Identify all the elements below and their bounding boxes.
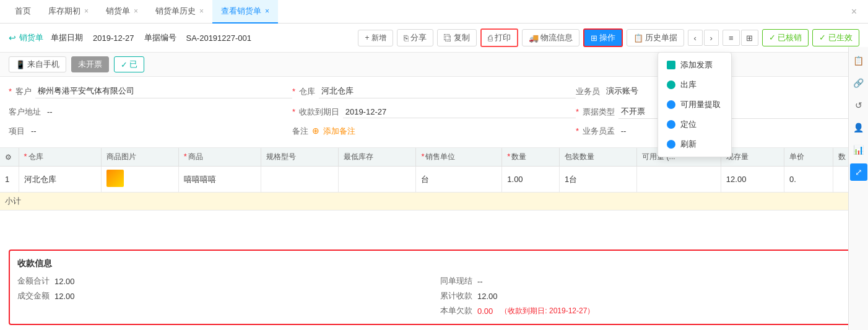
confirm-button[interactable]: ✓ 已	[114, 56, 144, 72]
cell-seq: 1	[0, 167, 19, 193]
tab-inventory-init[interactable]: 库存期初 ×	[40, 0, 97, 24]
effective-button[interactable]: ✓ 已生效	[812, 29, 859, 46]
sidebar-icon-chart[interactable]: 📊	[850, 141, 867, 158]
col-settings[interactable]: ⚙	[0, 148, 19, 167]
history-icon: 📋	[633, 33, 643, 43]
info-row-cumulative: 累计收款 12.00	[440, 290, 851, 302]
tab-check-sales-close[interactable]: ×	[265, 7, 269, 15]
address-value: --	[45, 106, 292, 118]
menu-item-add-invoice[interactable]: 添加发票	[658, 55, 731, 75]
number-value: SA-20191227-001	[186, 33, 252, 43]
doc-type: ↩ 销货单	[9, 32, 43, 43]
sidebar-icon-refresh[interactable]: ↺	[850, 97, 867, 114]
add-note-link[interactable]: ⊕ 添加备注	[312, 126, 355, 137]
number-label: 单据编号	[144, 32, 176, 43]
sidebar-icon-link[interactable]: 🔗	[850, 74, 867, 92]
address-field: 客户地址 --	[9, 106, 292, 118]
balance-value: 0.00	[477, 306, 493, 316]
sidebar-icon-user[interactable]: 👤	[850, 119, 867, 136]
copy-button[interactable]: ⿻ 复制	[437, 29, 477, 46]
grid-view-button[interactable]: ⊞	[741, 30, 758, 46]
list-view-button[interactable]: ≡	[723, 30, 740, 46]
print-icon: ⎙	[488, 33, 493, 43]
info-row-same-order: 同单现结 --	[440, 276, 851, 287]
logistics-button[interactable]: 🚚 物流信息	[522, 29, 579, 46]
tab-sales-history[interactable]: 销货单历史 ×	[147, 0, 212, 24]
share-button[interactable]: ⎘ 分享	[397, 29, 433, 46]
payment-date-value[interactable]: 2019-12-27	[343, 106, 576, 118]
cell-unit: 台	[416, 167, 502, 193]
print-button[interactable]: ⎙ 打印	[480, 28, 518, 47]
info-grid: 金额合计 12.00 同单现结 -- 成交金额 12.00 累计收款 12.00…	[17, 276, 851, 316]
from-phone-button[interactable]: 📱 来自手机	[9, 56, 66, 72]
cell-product: 嘻嘻嘻嘻	[178, 167, 261, 193]
history-button[interactable]: 📋 历史单据	[627, 29, 684, 46]
doc-type-label: 销货单	[19, 32, 43, 43]
new-button[interactable]: + 新增	[358, 30, 393, 46]
col-warehouse: *仓库	[19, 148, 101, 167]
table-wrap: ⚙ *仓库 商品图片 *商品 规格型号 最低库存 *销售单位 *数量 包装数量 …	[0, 147, 868, 245]
nav-arrows: ‹ ›	[688, 30, 719, 46]
close-all-tabs[interactable]: ×	[846, 6, 862, 17]
warehouse-value[interactable]: 河北仓库	[319, 84, 576, 98]
plus-icon: ⊕	[312, 126, 319, 136]
col-product: *商品	[178, 148, 261, 167]
tab-home[interactable]: 首页	[6, 0, 40, 24]
check-icon: ✓	[121, 60, 128, 69]
prev-button[interactable]: ‹	[688, 30, 703, 46]
invoice-icon	[667, 61, 675, 69]
warehouse-field: * 仓库 河北仓库	[292, 84, 576, 98]
doc-type-icon: ↩	[9, 33, 16, 43]
date-value: 2019-12-27	[93, 33, 134, 43]
col-price: 单价	[784, 148, 833, 167]
doc-header: ↩ 销货单 单据日期 2019-12-27 单据编号 SA-20191227-0…	[0, 24, 868, 53]
customer-value[interactable]: 柳州粤港平安气体有限公司	[35, 84, 292, 98]
share-icon: ⎘	[404, 33, 409, 43]
staff2-value: --	[618, 125, 859, 137]
cancelled-button[interactable]: ✓ 已核销	[762, 29, 809, 46]
cell-img	[101, 167, 178, 193]
cumulative-label: 累计收款	[440, 290, 472, 302]
info-row-balance: 本单欠款 0.00 （收款到期日: 2019-12-27）	[440, 305, 851, 316]
out-stock-icon	[667, 80, 675, 89]
project-value: --	[28, 125, 292, 137]
col-min-stock: 最低库存	[339, 148, 416, 167]
date-label: 单据日期	[51, 32, 83, 43]
tab-check-sales[interactable]: 查看销货单 ×	[212, 0, 278, 24]
col-unit: *销售单位	[416, 148, 502, 167]
not-open-button[interactable]: 未开票	[71, 56, 109, 72]
cell-warehouse: 河北仓库	[19, 167, 101, 193]
cell-stock: 12.00	[721, 167, 784, 193]
cell-min-stock	[339, 167, 416, 193]
cell-price: 0.	[784, 167, 833, 193]
tab-sales-order[interactable]: 销货单 ×	[97, 0, 147, 24]
refresh-icon	[667, 140, 675, 149]
truck-icon: 🚚	[529, 33, 539, 43]
sub-actions-bar: 📱 来自手机 未开票 ✓ 已	[0, 53, 868, 77]
next-button[interactable]: ›	[704, 30, 719, 46]
tab-sales-history-close[interactable]: ×	[199, 7, 204, 15]
product-image	[106, 170, 124, 187]
cell-spec	[261, 167, 338, 193]
col-pack-qty: 包装数量	[559, 148, 636, 167]
menu-item-refresh[interactable]: 刷新	[658, 134, 731, 154]
bottom-info: 收款信息 金额合计 12.00 同单现结 -- 成交金额 12.00 累计收款 …	[9, 250, 859, 325]
menu-item-out-stock[interactable]: 出库	[658, 75, 731, 95]
menu-item-locate[interactable]: 定位	[658, 115, 731, 134]
col-img: 商品图片	[101, 148, 178, 167]
tab-sales-order-close[interactable]: ×	[134, 7, 138, 15]
sidebar-icon-expand[interactable]: ⤢	[850, 163, 867, 181]
balance-note: （收款到期日: 2019-12-27）	[500, 306, 594, 316]
copy-icon: ⿻	[444, 33, 452, 43]
col-qty: *数量	[502, 148, 560, 167]
ticket-value[interactable]: 不开票	[618, 105, 859, 119]
menu-item-available-qty[interactable]: 可用量提取	[658, 95, 731, 115]
subtotal-label: 小计	[0, 193, 868, 211]
sidebar-icon-doc[interactable]: 📋	[850, 52, 867, 69]
total-label: 金额合计	[17, 276, 50, 287]
payment-date-field: * 收款到期日 2019-12-27	[292, 106, 576, 118]
tab-inventory-init-close[interactable]: ×	[84, 7, 89, 15]
right-sidebar: 📋 🔗 ↺ 👤 📊 ⤢	[848, 47, 868, 330]
view-btns: ≡ ⊞	[723, 30, 758, 46]
operate-button[interactable]: ⊞ 操作	[583, 28, 623, 47]
